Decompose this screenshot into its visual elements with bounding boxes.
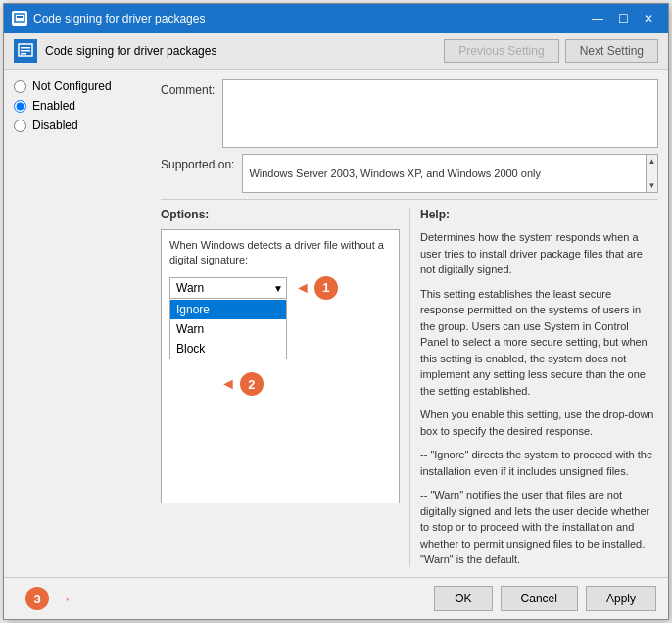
ok-button[interactable]: OK	[434, 586, 492, 611]
arrow2-icon: ◄	[220, 375, 236, 393]
radio-disabled[interactable]: Disabled	[14, 119, 151, 132]
radio-not-configured-input[interactable]	[14, 80, 26, 93]
options-help-row: Options: When Windows detects a driver f…	[161, 199, 658, 567]
title-bar: Code signing for driver packages — ☐ ✕	[4, 4, 668, 33]
radio-not-configured-label: Not Configured	[32, 79, 112, 93]
dropdown-open-list: Ignore Warn Block	[169, 300, 287, 359]
radio-disabled-input[interactable]	[14, 120, 26, 132]
header-nav: Previous Setting Next Setting	[444, 39, 658, 63]
svg-rect-4	[21, 50, 30, 52]
content-area: Not Configured Enabled Disabled Comment:	[4, 70, 668, 577]
comment-label: Comment:	[161, 79, 215, 97]
comment-section: Comment:	[161, 79, 658, 148]
dropdown-item-ignore[interactable]: Ignore	[170, 300, 286, 319]
close-button[interactable]: ✕	[637, 9, 660, 28]
help-content: Determines how the system responds when …	[420, 229, 658, 567]
svg-rect-1	[17, 16, 23, 18]
options-description: When Windows detects a driver file witho…	[169, 238, 391, 268]
callout-1: 1	[314, 276, 338, 300]
options-label: Options:	[161, 208, 400, 221]
title-bar-left: Code signing for driver packages	[12, 11, 205, 26]
header-bar: Code signing for driver packages Previou…	[4, 33, 668, 70]
callout-3: 3	[25, 587, 49, 610]
main-window: Code signing for driver packages — ☐ ✕ C…	[3, 3, 669, 620]
comment-textarea[interactable]	[222, 79, 658, 148]
scroll-down-arrow[interactable]: ▼	[647, 179, 657, 192]
dropdown-item-block[interactable]: Block	[170, 339, 286, 359]
supported-value-wrapper: Windows Server 2003, Windows XP, and Win…	[242, 154, 658, 193]
svg-rect-5	[21, 53, 26, 55]
radio-enabled[interactable]: Enabled	[14, 99, 151, 113]
callout3-area: 3 →	[16, 587, 426, 610]
cancel-button[interactable]: Cancel	[501, 586, 578, 611]
prev-setting-button[interactable]: Previous Setting	[444, 39, 558, 63]
scroll-up-arrow[interactable]: ▲	[647, 155, 657, 168]
arrow3-icon: →	[55, 589, 72, 609]
radio-enabled-input[interactable]	[14, 100, 26, 113]
left-panel: Not Configured Enabled Disabled	[14, 79, 151, 567]
options-content: When Windows detects a driver file witho…	[161, 229, 400, 503]
callout-2: 2	[240, 372, 264, 396]
options-section: Options: When Windows detects a driver f…	[161, 208, 409, 567]
supported-value: Windows Server 2003, Windows XP, and Win…	[242, 154, 647, 193]
radio-group: Not Configured Enabled Disabled	[14, 79, 151, 132]
dropdown-select-input[interactable]: Warn Ignore Block	[169, 277, 287, 299]
window-icon	[12, 11, 27, 26]
supported-label: Supported on:	[161, 154, 234, 171]
dropdown-item-warn[interactable]: Warn	[170, 319, 286, 339]
apply-button[interactable]: Apply	[586, 586, 656, 611]
arrow1-icon: ◄	[295, 279, 311, 297]
svg-rect-3	[21, 47, 30, 49]
help-label: Help:	[420, 208, 658, 221]
help-section: Help: Determines how the system responds…	[409, 208, 658, 567]
supported-scrollbar: ▲ ▼	[647, 154, 658, 193]
right-panel: Comment: Supported on: Windows Server 20…	[161, 79, 658, 567]
radio-disabled-label: Disabled	[32, 119, 78, 132]
window-title: Code signing for driver packages	[33, 12, 205, 25]
header-left: Code signing for driver packages	[14, 39, 216, 63]
maximize-button[interactable]: ☐	[611, 9, 635, 28]
driver-signing-dropdown[interactable]: Warn Ignore Block ▼	[169, 277, 287, 299]
radio-not-configured[interactable]: Not Configured	[14, 79, 151, 93]
title-bar-controls: — ☐ ✕	[586, 9, 660, 28]
minimize-button[interactable]: —	[586, 9, 609, 28]
next-setting-button[interactable]: Next Setting	[565, 39, 658, 63]
bottom-bar: 3 → OK Cancel Apply	[4, 577, 668, 619]
header-icon	[14, 39, 37, 63]
radio-enabled-label: Enabled	[32, 99, 75, 113]
callout2-area: ◄ 2	[220, 372, 264, 396]
supported-section: Supported on: Windows Server 2003, Windo…	[161, 154, 658, 193]
header-title: Code signing for driver packages	[45, 44, 216, 58]
